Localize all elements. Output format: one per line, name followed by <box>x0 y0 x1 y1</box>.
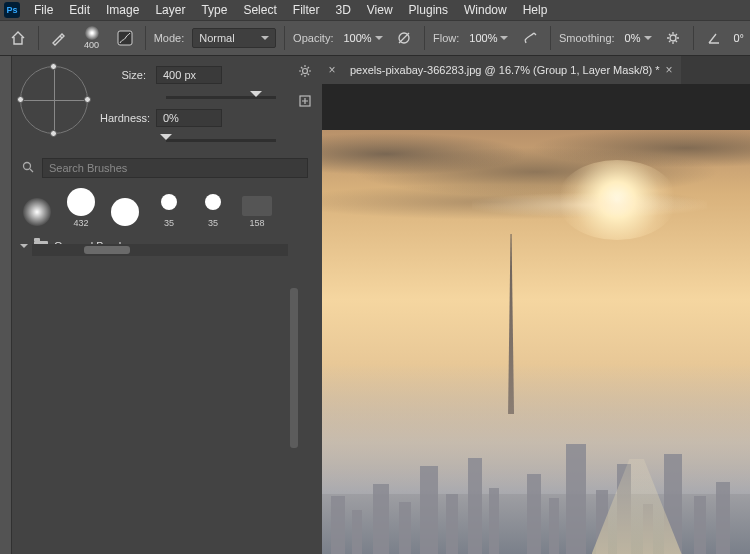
brush-panel: Size: 400 px Hardness: 0% 432353515 <box>0 56 322 554</box>
recent-brush[interactable]: 35 <box>196 194 230 228</box>
mode-label: Mode: <box>154 32 185 44</box>
menu-3d[interactable]: 3D <box>327 1 358 19</box>
smoothing-label: Smoothing: <box>559 32 615 44</box>
smoothing-field[interactable]: 0% <box>623 32 654 44</box>
search-input[interactable] <box>42 158 308 178</box>
airbrush-toggle[interactable] <box>518 25 542 51</box>
menu-edit[interactable]: Edit <box>61 1 98 19</box>
angle-field[interactable]: 0° <box>734 32 745 44</box>
recent-brush[interactable]: 158 <box>240 196 274 228</box>
flow-label: Flow: <box>433 32 459 44</box>
new-preset-icon[interactable] <box>298 94 312 110</box>
svg-point-2 <box>670 35 676 41</box>
menu-file[interactable]: File <box>26 1 61 19</box>
smoothing-options-button[interactable] <box>662 25 686 51</box>
tools-strip[interactable] <box>0 56 12 554</box>
recent-brush[interactable] <box>20 198 54 228</box>
svg-point-3 <box>303 69 308 74</box>
tool-preset-picker[interactable] <box>46 25 70 51</box>
menu-select[interactable]: Select <box>235 1 284 19</box>
app-logo: Ps <box>4 2 20 18</box>
hardness-label: Hardness: <box>100 112 156 124</box>
recent-brush[interactable]: 35 <box>152 194 186 228</box>
document-tabs: × pexels-pixabay-366283.jpg @ 16.7% (Gro… <box>322 56 750 84</box>
opacity-pressure-toggle[interactable] <box>393 25 417 51</box>
brush-angle-widget[interactable] <box>20 66 88 134</box>
size-field[interactable]: 400 px <box>156 66 222 84</box>
menu-plugins[interactable]: Plugins <box>401 1 456 19</box>
blend-mode-select[interactable]: Normal <box>192 28 276 48</box>
recent-brushes: 4323535158 <box>12 184 316 236</box>
menu-filter[interactable]: Filter <box>285 1 328 19</box>
menu-image[interactable]: Image <box>98 1 147 19</box>
menu-window[interactable]: Window <box>456 1 515 19</box>
menu-layer[interactable]: Layer <box>147 1 193 19</box>
angle-icon[interactable] <box>702 25 726 51</box>
menu-bar: Ps FileEditImageLayerTypeSelectFilter3DV… <box>0 0 750 20</box>
document-tab-active[interactable]: pexels-pixabay-366283.jpg @ 16.7% (Group… <box>342 56 681 84</box>
search-icon <box>20 161 36 175</box>
flow-field[interactable]: 100% <box>467 32 510 44</box>
size-slider[interactable] <box>166 96 276 99</box>
size-label: Size: <box>100 69 156 81</box>
home-button[interactable] <box>6 25 30 51</box>
tab-title: pexels-pixabay-366283.jpg @ 16.7% (Group… <box>350 64 660 76</box>
close-icon[interactable]: × <box>329 63 336 77</box>
gear-icon[interactable] <box>298 64 312 80</box>
recent-brush[interactable]: 432 <box>64 188 98 228</box>
options-bar: 400 Mode: Normal Opacity: 100% Flow: 100… <box>0 20 750 56</box>
document-canvas[interactable] <box>322 84 750 554</box>
svg-point-5 <box>24 163 31 170</box>
chevron-down-icon <box>20 244 28 252</box>
menu-view[interactable]: View <box>359 1 401 19</box>
scrollbar-horizontal[interactable] <box>32 244 288 256</box>
close-icon[interactable]: × <box>666 63 673 77</box>
menu-type[interactable]: Type <box>193 1 235 19</box>
hardness-field[interactable]: 0% <box>156 109 222 127</box>
hardness-slider[interactable] <box>166 139 276 142</box>
recent-brush[interactable] <box>108 198 142 228</box>
menu-help[interactable]: Help <box>515 1 556 19</box>
opacity-field[interactable]: 100% <box>341 32 384 44</box>
brush-settings-toggle[interactable] <box>113 25 137 51</box>
document-tab-collapsed[interactable]: × <box>322 56 342 84</box>
brush-preset-picker[interactable]: 400 <box>78 23 105 53</box>
opacity-label: Opacity: <box>293 32 333 44</box>
